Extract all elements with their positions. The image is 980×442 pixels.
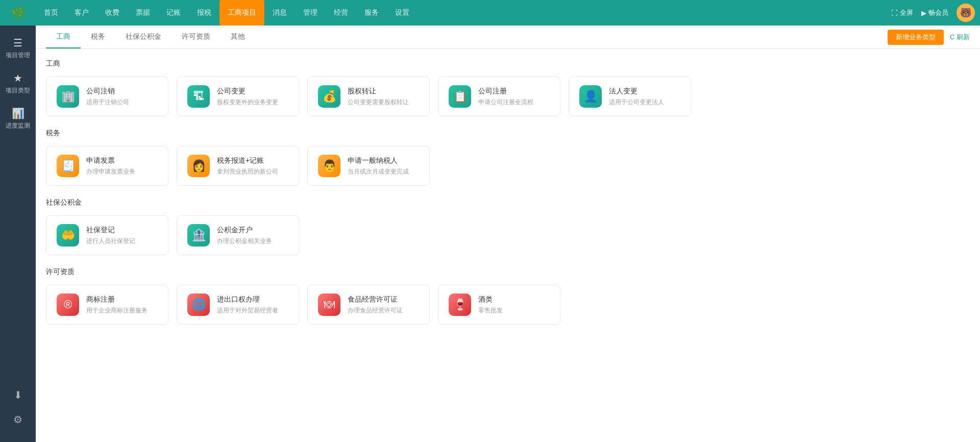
card-title: 食品经营许可证 bbox=[348, 295, 403, 304]
content-area: 工商税务社保公积金许可资质其他 新增业务类型 C 刷新 工商🏢公司注销适用于注销… bbox=[36, 26, 980, 442]
play-icon: ▶ bbox=[921, 9, 926, 17]
fullscreen-btn[interactable]: ⛶ 全屏 bbox=[891, 8, 913, 17]
card-desc: 适用于注销公司 bbox=[86, 98, 129, 107]
tab-许可资质[interactable]: 许可资质 bbox=[172, 26, 220, 48]
sidebar-item-项目类型[interactable]: ★项目类型 bbox=[0, 66, 36, 101]
card-title: 法人变更 bbox=[609, 87, 664, 96]
card-text: 股权转让公司变更需要股权转让 bbox=[348, 87, 409, 107]
card-icon: 🍽 bbox=[318, 293, 340, 316]
card-icon: 🏗 bbox=[187, 85, 210, 108]
card-title: 申请发票 bbox=[86, 156, 135, 165]
service-card-公司注销[interactable]: 🏢公司注销适用于注销公司 bbox=[46, 77, 168, 116]
card-icon: 🧾 bbox=[57, 155, 79, 177]
tab-税务[interactable]: 税务 bbox=[81, 26, 115, 48]
card-text: 公司变更股权变更外的业务变更 bbox=[217, 87, 278, 107]
sidebar-item-进度监测[interactable]: 📊进度监测 bbox=[0, 101, 36, 136]
card-icon: 🏢 bbox=[57, 85, 79, 108]
card-text: 税务报道+记账拿到营业执照的新公司 bbox=[217, 156, 278, 176]
cards-grid: 🧾申请发票办理申请发票业务👩税务报道+记账拿到营业执照的新公司👨申请一般纳税人当… bbox=[46, 146, 970, 186]
refresh-button[interactable]: C 刷新 bbox=[950, 33, 970, 42]
card-title: 公积金开户 bbox=[217, 226, 272, 235]
card-desc: 当月或次月成变更完成 bbox=[348, 167, 409, 176]
card-title: 申请一般纳税人 bbox=[348, 156, 409, 165]
card-text: 申请一般纳税人当月或次月成变更完成 bbox=[348, 156, 409, 176]
fullscreen-label: 全屏 bbox=[900, 8, 913, 17]
nav-item-经营[interactable]: 经营 bbox=[326, 0, 356, 26]
card-desc: 用于企业商标注册服务 bbox=[86, 306, 148, 315]
card-icon: 🏦 bbox=[187, 224, 210, 247]
card-icon: 🤲 bbox=[57, 224, 79, 247]
tabs: 工商税务社保公积金许可资质其他 bbox=[46, 26, 255, 48]
sidebar-bottom: ⬇⚙ bbox=[0, 383, 36, 442]
card-icon: 👨 bbox=[318, 155, 340, 177]
card-desc: 办理申请发票业务 bbox=[86, 167, 135, 176]
nav-item-工商项目[interactable]: 工商项目 bbox=[219, 0, 264, 26]
card-text: 法人变更适用于公司变更法人 bbox=[609, 87, 664, 107]
member-btn[interactable]: ▶ 畅会员 bbox=[921, 8, 948, 17]
nav-item-收费[interactable]: 收费 bbox=[97, 0, 128, 26]
service-card-社保登记[interactable]: 🤲社保登记进行人员社保登记 bbox=[46, 215, 168, 255]
service-card-公司注册[interactable]: 📋公司注册申请公司注册全流程 bbox=[438, 77, 560, 116]
service-card-进出口权办理[interactable]: 🌐进出口权办理适用于对外贸易经营者 bbox=[177, 285, 299, 325]
service-card-申请发票[interactable]: 🧾申请发票办理申请发票业务 bbox=[46, 146, 168, 186]
logo: 🌿 bbox=[5, 6, 31, 19]
sidebar-icon: ☰ bbox=[13, 37, 22, 49]
card-desc: 办理食品经营许可证 bbox=[348, 306, 403, 315]
section-title: 社保公积金 bbox=[46, 198, 970, 207]
service-card-股权转让[interactable]: 💰股权转让公司变更需要股权转让 bbox=[307, 77, 430, 116]
card-icon: 📋 bbox=[449, 85, 471, 108]
tab-社保公积金[interactable]: 社保公积金 bbox=[115, 26, 172, 48]
card-title: 商标注册 bbox=[86, 295, 148, 304]
service-card-公司变更[interactable]: 🏗公司变更股权变更外的业务变更 bbox=[177, 77, 299, 116]
service-card-申请一般纳税人[interactable]: 👨申请一般纳税人当月或次月成变更完成 bbox=[307, 146, 430, 186]
tab-工商[interactable]: 工商 bbox=[46, 26, 81, 48]
service-card-税务报道+记账[interactable]: 👩税务报道+记账拿到营业执照的新公司 bbox=[177, 146, 299, 186]
tab-其他[interactable]: 其他 bbox=[220, 26, 255, 48]
cards-grid: 🏢公司注销适用于注销公司🏗公司变更股权变更外的业务变更💰股权转让公司变更需要股权… bbox=[46, 77, 970, 116]
nav-item-设置[interactable]: 设置 bbox=[387, 0, 418, 26]
service-card-公积金开户[interactable]: 🏦公积金开户办理公积金相关业务 bbox=[177, 215, 299, 255]
card-desc: 公司变更需要股权转让 bbox=[348, 98, 409, 107]
card-title: 公司变更 bbox=[217, 87, 278, 96]
sidebar-bottom-item[interactable]: ⚙ bbox=[0, 407, 36, 432]
sidebar-item-label: 项目类型 bbox=[6, 86, 30, 95]
card-text: 酒类零售批发 bbox=[478, 295, 503, 315]
card-desc: 进行人员社保登记 bbox=[86, 237, 135, 245]
cards-grid: ®商标注册用于企业商标注册服务🌐进出口权办理适用于对外贸易经营者🍽食品经营许可证… bbox=[46, 285, 970, 325]
card-desc: 申请公司注册全流程 bbox=[478, 98, 533, 107]
member-label: 畅会员 bbox=[928, 8, 948, 17]
nav-item-记账[interactable]: 记账 bbox=[158, 0, 189, 26]
card-desc: 股权变更外的业务变更 bbox=[217, 98, 278, 107]
card-icon: 🍷 bbox=[449, 293, 471, 316]
mascot-avatar: 🐻 bbox=[957, 4, 975, 22]
card-icon: 💰 bbox=[318, 85, 340, 108]
service-card-法人变更[interactable]: 👤法人变更适用于公司变更法人 bbox=[569, 77, 691, 116]
card-text: 公积金开户办理公积金相关业务 bbox=[217, 226, 272, 245]
nav-item-管理[interactable]: 管理 bbox=[295, 0, 326, 26]
card-title: 进出口权办理 bbox=[217, 295, 278, 304]
sidebar-icon: ★ bbox=[13, 72, 22, 84]
nav-item-消息[interactable]: 消息 bbox=[264, 0, 295, 26]
sidebar-item-label: 进度监测 bbox=[6, 121, 30, 130]
tab-bar: 工商税务社保公积金许可资质其他 新增业务类型 C 刷新 bbox=[36, 26, 980, 49]
service-card-酒类[interactable]: 🍷酒类零售批发 bbox=[438, 285, 560, 325]
service-card-商标注册[interactable]: ®商标注册用于企业商标注册服务 bbox=[46, 285, 168, 325]
nav-item-报税[interactable]: 报税 bbox=[189, 0, 219, 26]
card-icon: 👤 bbox=[579, 85, 602, 108]
top-navigation: 🌿 首页客户收费票据记账报税工商项目消息管理经营服务设置 ⛶ 全屏 ▶ 畅会员 … bbox=[0, 0, 980, 26]
sidebar-bottom-item[interactable]: ⬇ bbox=[0, 383, 36, 407]
new-type-button[interactable]: 新增业务类型 bbox=[888, 30, 944, 45]
nav-item-首页[interactable]: 首页 bbox=[36, 0, 66, 26]
sidebar-item-项目管理[interactable]: ☰项目管理 bbox=[0, 31, 36, 66]
nav-item-客户[interactable]: 客户 bbox=[66, 0, 97, 26]
card-icon: 👩 bbox=[187, 155, 210, 177]
service-card-食品经营许可证[interactable]: 🍽食品经营许可证办理食品经营许可证 bbox=[307, 285, 430, 325]
nav-item-票据[interactable]: 票据 bbox=[128, 0, 158, 26]
section-title: 工商 bbox=[46, 59, 970, 68]
card-title: 股权转让 bbox=[348, 87, 409, 96]
card-title: 税务报道+记账 bbox=[217, 156, 278, 165]
nav-item-服务[interactable]: 服务 bbox=[356, 0, 387, 26]
section-社保公积金: 社保公积金🤲社保登记进行人员社保登记🏦公积金开户办理公积金相关业务 bbox=[46, 198, 970, 255]
main-content: 工商🏢公司注销适用于注销公司🏗公司变更股权变更外的业务变更💰股权转让公司变更需要… bbox=[36, 49, 980, 442]
section-title: 税务 bbox=[46, 129, 970, 138]
